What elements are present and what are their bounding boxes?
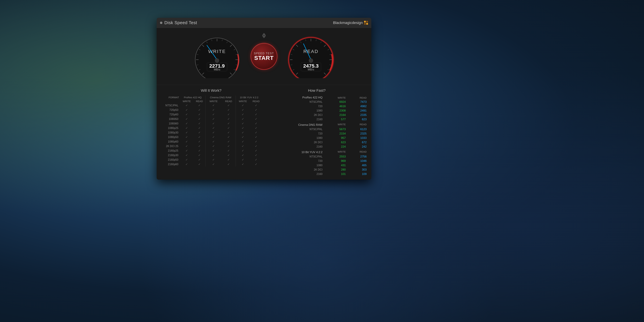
cinema-header: Cinema DNG RAW [206, 96, 236, 99]
data-section: Will It Work? FORMAT ProRes 422 HQ Cinem… [157, 85, 371, 180]
titlebar-left: × Disk Speed Test [160, 20, 197, 25]
speed-row: 2160 577 623 [266, 117, 368, 122]
settings-icon[interactable] [261, 33, 267, 40]
write-gauge: WRITE 2271.9 MB/s [187, 31, 247, 82]
table-row: 1080p25 ✓✓ ✓✓ ✓✓ [160, 126, 262, 130]
svg-point-55 [309, 58, 313, 62]
app-window: × Disk Speed Test Blackmagicdesign [157, 18, 371, 180]
brand-square-3 [364, 23, 366, 25]
speed-row: 2160 101 109 [266, 172, 368, 176]
read-gauge-svg: READ 2475.3 MB/s [286, 34, 336, 78]
speed-group-header-row: ProRes 422 HQ WRITE READ [266, 96, 368, 100]
svg-text:WRITE: WRITE [208, 49, 226, 54]
table-row: 1080i50 ✓✓ ✓✓ ✓✓ [160, 117, 262, 121]
table-row: 1080p50 ✓✓ ✓✓ ✓✓ [160, 135, 262, 139]
table-row: 2160p30 ✓✓ ✓✓ ✓✓ [160, 153, 262, 158]
table-row: 1080p30 ✓✓ ✓✓ ✓✓ [160, 130, 262, 135]
how-fast-title: How Fast? [266, 88, 368, 93]
svg-point-25 [215, 58, 219, 62]
yuv-group-header: 10 Bit YUV 4:2:2 [266, 149, 324, 154]
table-row: NTSC/PAL ✓✓ ✓✓ ✓✓ [160, 103, 262, 108]
speed-row: 2K DCI 2164 2335 [266, 113, 368, 117]
speed-row: 720 969 1046 [266, 159, 368, 163]
titlebar: × Disk Speed Test Blackmagicdesign [157, 18, 371, 28]
speed-row: 1080 431 465 [266, 163, 368, 168]
brand-square-2 [366, 21, 368, 22]
svg-text:MB/s: MB/s [308, 68, 314, 71]
speed-row: 720 4616 4982 [266, 104, 368, 108]
svg-text:READ: READ [304, 49, 318, 54]
speed-group-header-row: Cinema DNG RAW WRITE READ [266, 122, 368, 127]
table-row: 2160p25 ✓✓ ✓✓ ✓✓ [160, 148, 262, 153]
prores-header: ProRes 422 HQ [180, 96, 206, 99]
start-label: START [254, 55, 274, 61]
yuv-read-header: READ [250, 99, 262, 103]
write-gauge-svg: WRITE 2271.9 MB/s [192, 34, 242, 78]
format-header: FORMAT [160, 96, 180, 99]
yuv-header: 10 Bit YUV 4:2:2 [236, 96, 262, 99]
speed-row: NTSC/PAL 6924 7473 [266, 100, 368, 104]
how-fast-panel: How Fast? ProRes 422 HQ WRITE READ NTSC/… [266, 88, 368, 176]
speed-row: 2K DCI 280 303 [266, 168, 368, 172]
table-row: 1080i60 ✓✓ ✓✓ ✓✓ [160, 121, 262, 126]
table-row: 1080p60 ✓✓ ✓✓ ✓✓ [160, 139, 262, 144]
will-it-work-panel: Will It Work? FORMAT ProRes 422 HQ Cinem… [160, 88, 262, 176]
cinema-read-header: READ [222, 99, 236, 103]
will-it-work-table: FORMAT ProRes 422 HQ Cinema DNG RAW 10 B… [160, 96, 262, 166]
table-row: 2160p50 ✓✓ ✓✓ ✓✓ [160, 158, 262, 162]
speed-row: 1080 2308 2491 [266, 108, 368, 113]
brand-square-4 [366, 23, 368, 25]
brand-logo [364, 21, 368, 25]
will-it-work-title: Will It Work? [160, 88, 262, 93]
table-row: 720p60 ✓✓ ✓✓ ✓✓ [160, 112, 262, 117]
start-button[interactable]: SPEED TEST START [250, 43, 278, 70]
window-title: Disk Speed Test [164, 20, 197, 25]
cinema-write-header: WRITE [206, 99, 222, 103]
speed-row: NTSC/PAL 5673 6123 [266, 127, 368, 132]
cinema-group-header: Cinema DNG RAW [266, 122, 324, 127]
yuv-write-header: WRITE [236, 99, 250, 103]
prores-read-header: READ [193, 99, 206, 103]
read-gauge: READ 2475.3 MB/s [281, 31, 341, 82]
speed-row: 720 2154 2325 [266, 132, 368, 136]
brand-square-1 [364, 21, 366, 22]
speed-row: 1080 957 1033 [266, 136, 368, 140]
prores-write-header: WRITE [180, 99, 193, 103]
start-button-area: SPEED TEST START [247, 40, 281, 73]
prores-group-header: ProRes 422 HQ [266, 96, 324, 100]
table-row: 2K DCI 25 ✓✓ ✓✓ ✓✓ [160, 144, 262, 148]
speed-row: 2K DCI 623 672 [266, 140, 368, 144]
close-button[interactable]: × [160, 22, 162, 24]
how-fast-table: ProRes 422 HQ WRITE READ NTSC/PAL 6924 7… [266, 96, 368, 176]
table-row: 2160p60 ✓✓ ✓✓ ✓✓ [160, 162, 262, 166]
table-row: 720p50 ✓✓ ✓✓ ✓✓ [160, 108, 262, 112]
speed-row: 2160 224 242 [266, 144, 368, 149]
speed-row: NTSC/PAL 2553 2756 [266, 154, 368, 159]
brand-name: Blackmagicdesign [333, 21, 363, 25]
brand-area: Blackmagicdesign [333, 21, 368, 25]
speed-group-header-row: 10 Bit YUV 4:2:2 WRITE READ [266, 149, 368, 154]
svg-text:MB/s: MB/s [214, 68, 220, 71]
gauges-section: WRITE 2271.9 MB/s [157, 28, 371, 85]
svg-point-32 [290, 38, 332, 78]
